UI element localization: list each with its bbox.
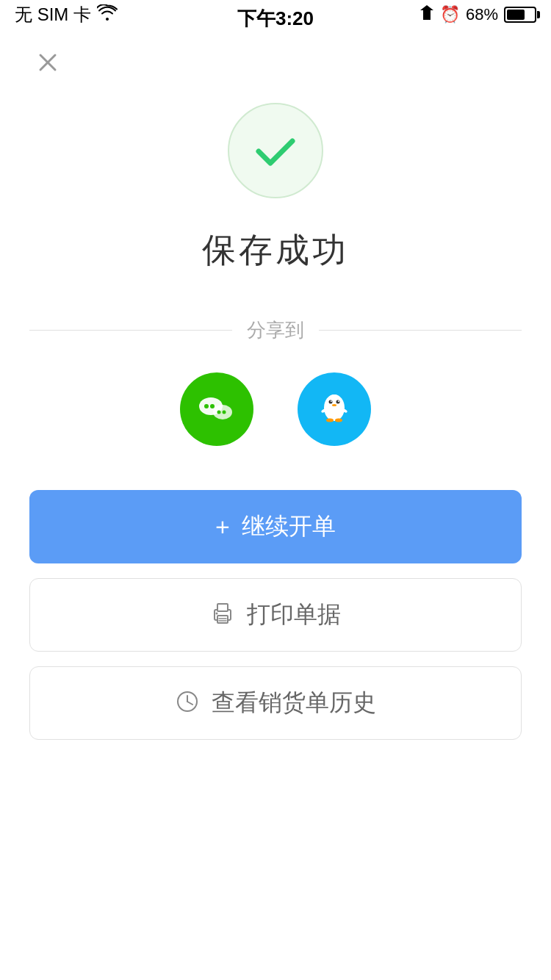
svg-point-24 bbox=[216, 612, 218, 614]
svg-point-7 bbox=[223, 411, 226, 414]
history-label: 查看销货单历史 bbox=[212, 687, 376, 719]
alarm-icon: ⏰ bbox=[440, 5, 460, 24]
status-left: 无 SIM 卡 bbox=[15, 3, 118, 26]
battery-icon bbox=[504, 7, 536, 23]
wechat-share-button[interactable] bbox=[180, 372, 253, 446]
svg-point-14 bbox=[332, 404, 336, 406]
svg-point-15 bbox=[326, 419, 334, 422]
continue-button[interactable]: + 继续开单 bbox=[29, 490, 522, 563]
action-buttons: + 继续开单 打印单据 bbox=[29, 490, 522, 740]
svg-point-12 bbox=[331, 400, 332, 402]
divider-left bbox=[29, 330, 232, 331]
qq-icon bbox=[314, 389, 355, 430]
close-button[interactable] bbox=[29, 44, 66, 81]
share-label: 分享到 bbox=[247, 317, 304, 343]
share-divider: 分享到 bbox=[29, 317, 522, 343]
status-time: 下午3:20 bbox=[237, 6, 314, 32]
svg-point-11 bbox=[336, 400, 340, 404]
svg-point-9 bbox=[327, 394, 342, 412]
svg-point-4 bbox=[210, 404, 215, 408]
plus-icon: + bbox=[215, 514, 230, 539]
print-label: 打印单据 bbox=[247, 599, 341, 631]
battery-percent: 68% bbox=[466, 5, 498, 24]
svg-rect-21 bbox=[217, 616, 228, 623]
divider-right bbox=[319, 330, 522, 331]
continue-label: 继续开单 bbox=[242, 511, 336, 543]
status-bar: 无 SIM 卡 下午3:20 ⏰ 68% bbox=[0, 0, 551, 29]
svg-point-10 bbox=[329, 400, 333, 404]
printer-icon bbox=[210, 601, 235, 630]
battery-fill bbox=[507, 10, 525, 20]
qq-share-button[interactable] bbox=[298, 372, 371, 446]
svg-rect-20 bbox=[217, 604, 228, 611]
checkmark-icon bbox=[250, 125, 301, 176]
svg-point-13 bbox=[338, 400, 339, 402]
close-icon bbox=[36, 51, 60, 74]
print-button[interactable]: 打印单据 bbox=[29, 578, 522, 652]
svg-point-6 bbox=[217, 411, 221, 414]
svg-point-3 bbox=[204, 404, 209, 408]
location-icon bbox=[419, 4, 434, 25]
svg-point-16 bbox=[335, 419, 342, 422]
history-button[interactable]: 查看销货单历史 bbox=[29, 666, 522, 740]
success-title: 保存成功 bbox=[202, 228, 349, 273]
clock-icon bbox=[175, 689, 200, 718]
no-sim-text: 无 SIM 卡 bbox=[15, 3, 91, 26]
share-buttons-row bbox=[180, 372, 371, 446]
wifi-icon bbox=[97, 4, 118, 25]
success-circle bbox=[228, 103, 323, 198]
page-content: 保存成功 分享到 bbox=[0, 29, 551, 980]
wechat-icon bbox=[196, 392, 237, 427]
status-right: ⏰ 68% bbox=[419, 4, 536, 25]
